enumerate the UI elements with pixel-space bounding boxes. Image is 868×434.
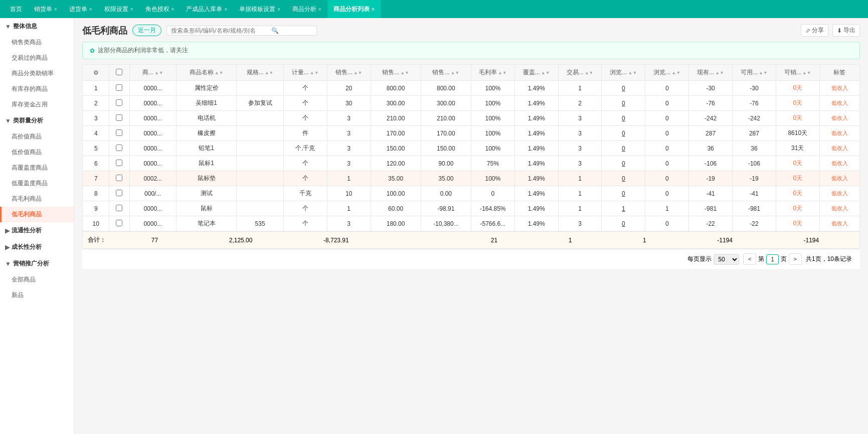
sidebar-section-overview[interactable]: ▼ 整体信息: [0, 18, 74, 35]
close-icon[interactable]: ×: [54, 7, 57, 12]
date-filter-button[interactable]: 近一月: [132, 25, 161, 36]
cell-browse1[interactable]: 0: [602, 111, 645, 126]
nav-purchase[interactable]: 进货单 ×: [63, 0, 98, 18]
col-coverage[interactable]: 覆盖...▲▼: [514, 65, 558, 81]
browse-link[interactable]: 0: [622, 160, 625, 167]
per-page-select[interactable]: 50 100 200: [714, 254, 739, 265]
nav-product-analysis[interactable]: 商品分析 ×: [286, 0, 327, 18]
nav-product-analysis-list[interactable]: 商品分析列表 ×: [327, 0, 381, 18]
share-button[interactable]: ⬀ 分享: [801, 24, 828, 37]
row-checkbox[interactable]: [116, 129, 122, 136]
browse-link[interactable]: 1: [622, 205, 625, 212]
cell-browse1[interactable]: 0: [602, 141, 645, 156]
prev-page-button[interactable]: ＜: [743, 253, 756, 265]
sidebar-item-sales-goods[interactable]: 销售类商品: [0, 35, 74, 50]
cell-checkbox[interactable]: [109, 201, 129, 216]
sidebar-item-traded-goods[interactable]: 交易过的商品: [0, 50, 74, 66]
cell-browse1[interactable]: 0: [602, 186, 645, 201]
col-sales-qty[interactable]: 销售...▲▼: [327, 65, 371, 81]
cell-checkbox[interactable]: [109, 111, 129, 126]
cell-checkbox[interactable]: [109, 141, 129, 156]
sidebar-item-low-gross[interactable]: 低毛利商品: [0, 207, 74, 222]
cell-checkbox[interactable]: [109, 126, 129, 141]
row-checkbox[interactable]: [116, 114, 122, 121]
col-unit[interactable]: 计量...▲▼: [283, 65, 327, 81]
sidebar-item-category-rate[interactable]: 商品分类助销率: [0, 66, 74, 81]
nav-home[interactable]: 首页: [4, 0, 28, 18]
col-deals[interactable]: 交易...▲▼: [558, 65, 602, 81]
browse-link[interactable]: 0: [622, 130, 625, 137]
cell-checkbox[interactable]: [109, 186, 129, 201]
sidebar-section-growth[interactable]: ▶ 成长性分析: [0, 239, 74, 255]
col-settings[interactable]: ⚙: [83, 65, 109, 81]
col-spec[interactable]: 规格...▲▼: [237, 65, 284, 81]
col-gross-rate[interactable]: 毛利率▲▼: [471, 65, 514, 81]
nav-product-entry[interactable]: 产成品入库单 ×: [180, 0, 233, 18]
cell-browse1[interactable]: 0: [602, 126, 645, 141]
browse-link[interactable]: 0: [622, 175, 625, 182]
browse-link[interactable]: 0: [622, 220, 625, 227]
close-icon[interactable]: ×: [224, 7, 227, 12]
close-icon[interactable]: ×: [130, 7, 133, 12]
sidebar-section-marketing[interactable]: ▼ 营销推广分析: [0, 255, 74, 272]
nav-roles[interactable]: 角色授权 ×: [139, 0, 181, 18]
row-checkbox[interactable]: [116, 220, 122, 226]
col-tag[interactable]: 标签: [819, 65, 859, 81]
sidebar-item-all-goods[interactable]: 全部商品: [0, 272, 74, 287]
row-checkbox[interactable]: [116, 84, 122, 91]
browse-link[interactable]: 0: [622, 190, 625, 197]
sidebar-item-high-value[interactable]: 高价值商品: [0, 129, 74, 144]
browse-link[interactable]: 0: [622, 100, 625, 107]
next-page-button[interactable]: ＞: [789, 253, 802, 265]
sidebar-item-low-value[interactable]: 低价值商品: [0, 144, 74, 160]
row-checkbox[interactable]: [116, 160, 122, 166]
col-name[interactable]: 商品名称▲▼: [177, 65, 237, 81]
sidebar-section-cluster[interactable]: ▼ 类群量分析: [0, 112, 74, 129]
export-button[interactable]: ⬇ 导出: [832, 24, 860, 37]
cell-checkbox[interactable]: [109, 81, 129, 96]
col-checkbox[interactable]: [109, 65, 129, 81]
row-checkbox[interactable]: [116, 175, 122, 181]
sidebar-item-high-coverage[interactable]: 高覆盖度商品: [0, 160, 74, 176]
nav-permissions[interactable]: 权限设置 ×: [98, 0, 139, 18]
col-browse2[interactable]: 浏览...▲▼: [645, 65, 689, 81]
close-icon[interactable]: ×: [89, 7, 92, 12]
col-code[interactable]: 商...▲▼: [129, 65, 177, 81]
close-icon[interactable]: ×: [171, 7, 175, 12]
browse-link[interactable]: 0: [622, 85, 625, 92]
close-icon[interactable]: ×: [372, 7, 375, 12]
col-available[interactable]: 可用...▲▼: [732, 65, 776, 81]
col-browse1[interactable]: 浏览...▲▼: [602, 65, 645, 81]
row-checkbox[interactable]: [116, 205, 122, 211]
col-current[interactable]: 现有...▲▼: [689, 65, 733, 81]
row-checkbox[interactable]: [116, 144, 122, 151]
cell-browse1[interactable]: 0: [602, 171, 645, 186]
browse-link[interactable]: 0: [622, 145, 625, 152]
sidebar-item-new-goods[interactable]: 新品: [0, 287, 74, 303]
browse-link[interactable]: 0: [622, 115, 625, 122]
col-sales-cost[interactable]: 销售...▲▼: [421, 65, 471, 81]
col-sellable[interactable]: 可销...▲▼: [776, 65, 819, 81]
close-icon[interactable]: ×: [318, 7, 321, 12]
cell-checkbox[interactable]: [109, 96, 129, 111]
search-input[interactable]: [171, 27, 271, 34]
nav-sales[interactable]: 销货单 ×: [28, 0, 63, 18]
cell-browse1[interactable]: 0: [602, 216, 645, 231]
row-checkbox[interactable]: [116, 99, 122, 106]
sidebar-section-flow[interactable]: ▶ 流通性分析: [0, 222, 74, 239]
cell-browse1[interactable]: 1: [602, 201, 645, 216]
cell-browse1[interactable]: 0: [602, 96, 645, 111]
sidebar-item-stock-goods[interactable]: 有库存的商品: [0, 81, 74, 97]
cell-checkbox[interactable]: [109, 156, 129, 171]
close-icon[interactable]: ×: [277, 7, 280, 12]
cell-checkbox[interactable]: [109, 216, 129, 231]
cell-browse1[interactable]: 0: [602, 156, 645, 171]
sidebar-item-high-gross[interactable]: 高毛利商品: [0, 191, 74, 207]
sidebar-item-stock-capital[interactable]: 库存资金占用: [0, 97, 74, 112]
row-checkbox[interactable]: [116, 190, 122, 196]
nav-template-settings[interactable]: 单据模板设置 ×: [233, 0, 286, 18]
col-sales-amt[interactable]: 销售...▲▼: [371, 65, 421, 81]
cell-checkbox[interactable]: [109, 171, 129, 186]
select-all-checkbox[interactable]: [116, 69, 122, 75]
search-icon[interactable]: 🔍: [271, 27, 279, 34]
